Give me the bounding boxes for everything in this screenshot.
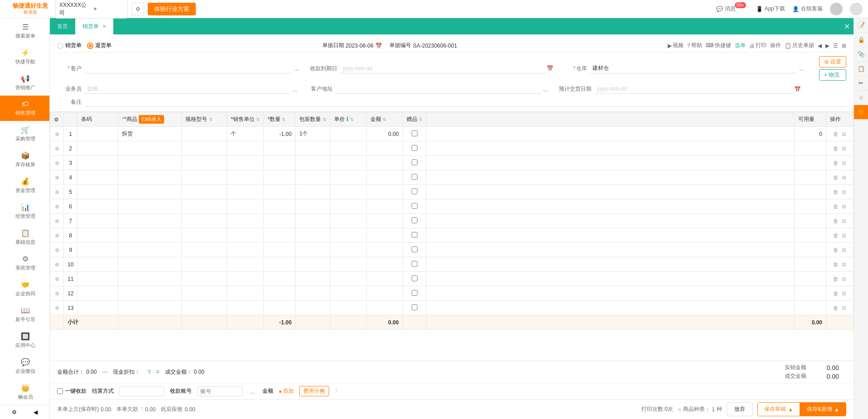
row-product-9[interactable] [118,257,182,272]
row-amount-8[interactable] [366,243,402,257]
row-unit-1[interactable] [227,141,264,156]
delete-icon-0[interactable]: 🗑 [833,131,839,137]
gift-check-0[interactable] [412,130,417,136]
row-amount-7[interactable] [366,228,402,243]
discount-help-icon[interactable]: ? [147,369,150,376]
row-gift-1[interactable] [402,141,426,156]
row-price-5[interactable] [330,199,366,214]
row-pkgqty-0[interactable]: 1个 [296,127,330,141]
payment-help-icon[interactable]: ? [335,388,338,395]
save-draft-button[interactable]: 保存草稿 ▲ [757,402,800,416]
delete-icon-9[interactable]: 🗑 [833,261,839,268]
due-date-cal-icon[interactable]: 📅 [547,65,553,72]
side-btn-star[interactable]: ☆ [854,91,868,105]
row-pkgqty-3[interactable] [296,170,330,185]
row-qty-5[interactable] [264,199,296,214]
row-unit-6[interactable] [227,214,264,228]
gift-check-5[interactable] [412,203,417,209]
list-view-icon[interactable]: ☰ [833,43,838,49]
delete-icon-6[interactable]: 🗑 [833,218,839,224]
row-price-6[interactable] [330,214,366,228]
calendar-icon[interactable]: 📅 [375,43,382,49]
row-product-4[interactable] [118,185,182,199]
delete-icon-8[interactable]: 🗑 [833,247,839,253]
scan-button[interactable]: 扫码录入 [139,115,164,124]
delete-icon-5[interactable]: 🗑 [833,203,839,210]
customer-input[interactable] [84,64,292,73]
row-qty-7[interactable] [264,228,296,243]
row-amount-0[interactable]: 0.00 [366,127,402,141]
video-btn[interactable]: ▶ 视频 [668,42,684,49]
row-barcode-12[interactable] [78,301,118,315]
gift-check-12[interactable] [412,304,417,310]
gift-check-8[interactable] [412,246,417,252]
row-pkgqty-6[interactable] [296,214,330,228]
copy-icon-5[interactable]: ⧉ [842,203,846,210]
delete-icon-2[interactable]: 🗑 [833,160,839,166]
row-qty-2[interactable] [264,156,296,170]
copy-icon-0[interactable]: ⧉ [842,131,846,137]
row-pkgqty-12[interactable] [296,301,330,315]
copy-icon-9[interactable]: ⧉ [842,261,846,268]
row-unit-2[interactable] [227,156,264,170]
trial-button[interactable]: 体验行业方案 [148,3,196,15]
row-spec-2[interactable] [182,156,227,170]
add-payment-btn[interactable]: ● 添加 [279,387,294,395]
row-gear-3[interactable]: ⊕ [50,170,64,185]
gift-check-7[interactable] [412,232,417,238]
row-spec-4[interactable] [182,185,227,199]
row-unit-8[interactable] [227,243,264,257]
side-btn-edit[interactable]: ✏ [854,76,868,91]
row-pkgqty-5[interactable] [296,199,330,214]
row-spec-6[interactable] [182,214,227,228]
row-amount-4[interactable] [366,185,402,199]
row-unit-10[interactable] [227,272,264,286]
customer-dots-icon[interactable]: ... [292,65,301,72]
sidebar-item-system[interactable]: ⚙ 系统管理 [0,250,49,276]
settings-icon[interactable]: ⚙ [131,3,144,15]
delete-icon-10[interactable]: 🗑 [833,276,839,282]
addr-dots-icon[interactable]: ... [541,86,550,93]
row-price-10[interactable] [330,272,366,286]
row-amount-6[interactable] [366,214,402,228]
row-qty-0[interactable]: -1.00 [264,127,296,141]
save-new-button[interactable]: 保存&新增 ▲ [800,402,846,416]
row-amount-10[interactable] [366,272,402,286]
row-spec-1[interactable] [182,141,227,156]
gift-check-10[interactable] [412,275,417,281]
row-gift-4[interactable] [402,185,426,199]
row-unit-0[interactable]: 个 [227,127,264,141]
row-spec-7[interactable] [182,228,227,243]
one-click-checkbox[interactable] [57,388,63,394]
row-spec-9[interactable] [182,257,227,272]
due-date-input[interactable] [340,64,547,73]
row-price-9[interactable] [330,257,366,272]
expected-cal-icon[interactable]: 📅 [794,86,801,92]
row-unit-11[interactable] [227,286,264,301]
row-product-12[interactable] [118,301,182,315]
row-pkgqty-4[interactable] [296,185,330,199]
sidebar-item-search[interactable]: ☰ 搜索菜单 [0,18,49,44]
delete-icon-4[interactable]: 🗑 [833,189,839,195]
row-barcode-7[interactable] [78,228,118,243]
row-gift-12[interactable] [402,301,426,315]
row-spec-11[interactable] [182,286,227,301]
copy-icon-1[interactable]: ⧉ [842,145,846,152]
row-product-3[interactable] [118,170,182,185]
row-gear-9[interactable]: ⊕ [50,257,64,272]
row-barcode-1[interactable] [78,141,118,156]
messages-btn[interactable]: 💬 消息 99+ [716,5,749,13]
row-spec-8[interactable] [182,243,227,257]
sidebar-item-purchase[interactable]: 🛒 采购管理 [0,121,49,147]
row-spec-10[interactable] [182,272,227,286]
row-qty-3[interactable] [264,170,296,185]
row-gear-10[interactable]: ⊕ [50,272,64,286]
row-gear-7[interactable]: ⊕ [50,228,64,243]
row-product-5[interactable] [118,199,182,214]
delete-icon-7[interactable]: 🗑 [833,232,839,239]
row-qty-10[interactable] [264,272,296,286]
sidebar-item-quick-nav[interactable]: ⚡ 快捷导航 [0,44,49,70]
sidebar-item-vip[interactable]: 👑 畅会员 [0,379,49,405]
settings-button[interactable]: ⚙ 设置 [819,56,846,67]
company-selector[interactable]: XXXXXX公司 ▼ [55,0,128,19]
